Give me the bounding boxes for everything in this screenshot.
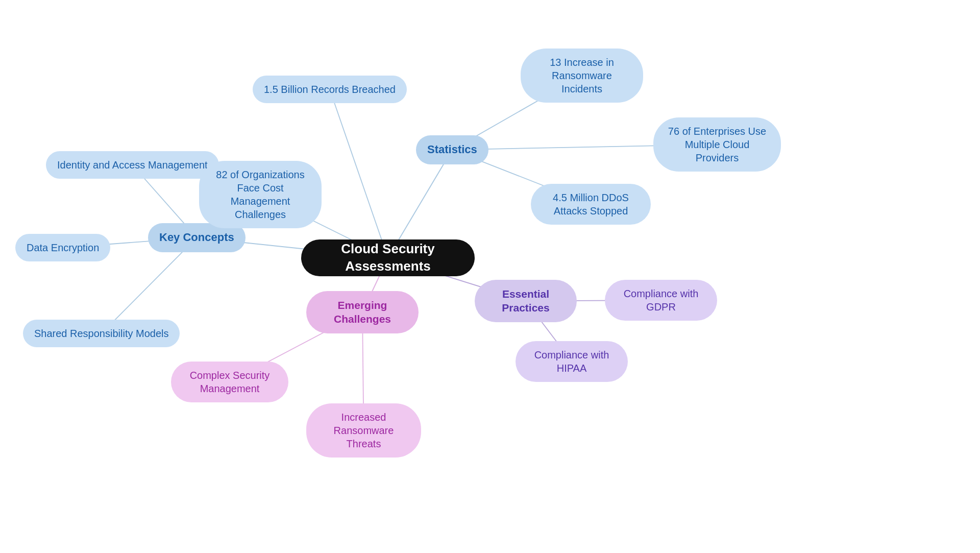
compliance-hipaa-label: Compliance with HIPAA xyxy=(527,348,617,375)
compliance-hipaa-node: Compliance with HIPAA xyxy=(516,341,628,382)
multiple-cloud-node: 76 of Enterprises Use Multiple Cloud Pro… xyxy=(653,117,781,172)
connections-svg xyxy=(0,0,980,553)
multiple-cloud-label: 76 of Enterprises Use Multiple Cloud Pro… xyxy=(665,125,770,164)
complex-security-node: Complex Security Management xyxy=(171,362,288,402)
ransomware-increase-node: 13 Increase in Ransomware Incidents xyxy=(521,49,643,103)
data-encryption-label: Data Encryption xyxy=(27,241,99,254)
statistics-node: Statistics xyxy=(416,135,488,164)
essential-practices-node: Essential Practices xyxy=(475,280,577,322)
increased-ransomware-node: Increased Ransomware Threats xyxy=(306,403,421,458)
identity-access-label: Identity and Access Management xyxy=(57,158,208,172)
key-concepts-label: Key Concepts xyxy=(159,230,234,245)
ransomware-increase-label: 13 Increase in Ransomware Incidents xyxy=(532,56,632,95)
statistics-label: Statistics xyxy=(427,142,477,157)
compliance-gdpr-label: Compliance with GDPR xyxy=(616,287,706,314)
complex-security-label: Complex Security Management xyxy=(182,369,277,395)
compliance-gdpr-node: Compliance with GDPR xyxy=(605,280,717,321)
mind-map: Cloud Security Assessments Key Concepts … xyxy=(0,0,980,553)
ddos-attacks-label: 4.5 Million DDoS Attacks Stopped xyxy=(542,191,640,218)
cost-management-label: 82 of Organizations Face Cost Management… xyxy=(210,168,310,221)
essential-practices-label: Essential Practices xyxy=(486,287,566,315)
ddos-attacks-node: 4.5 Million DDoS Attacks Stopped xyxy=(531,184,651,225)
shared-responsibility-node: Shared Responsibility Models xyxy=(23,320,180,347)
records-breached-label: 1.5 Billion Records Breached xyxy=(264,83,396,96)
data-encryption-node: Data Encryption xyxy=(15,234,110,261)
svg-line-7 xyxy=(330,89,388,258)
emerging-challenges-node: Emerging Challenges xyxy=(306,291,419,333)
center-label: Cloud Security Assessments xyxy=(312,241,463,275)
emerging-challenges-label: Emerging Challenges xyxy=(317,298,407,326)
records-breached-node: 1.5 Billion Records Breached xyxy=(253,76,407,103)
center-node: Cloud Security Assessments xyxy=(301,239,475,276)
shared-responsibility-label: Shared Responsibility Models xyxy=(34,327,168,340)
cost-management-node: 82 of Organizations Face Cost Management… xyxy=(199,161,322,228)
identity-access-node: Identity and Access Management xyxy=(46,151,219,179)
increased-ransomware-label: Increased Ransomware Threats xyxy=(317,411,410,450)
